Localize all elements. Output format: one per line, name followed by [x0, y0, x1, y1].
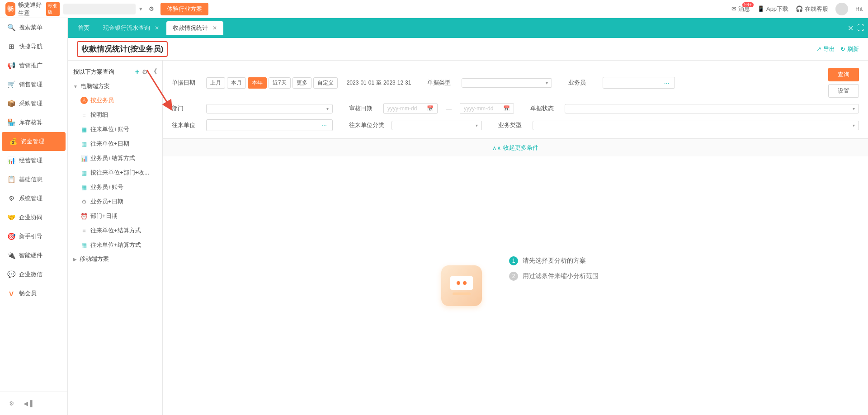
date-btn-custom[interactable]: 自定义 [313, 77, 338, 89]
sidebar-bottom: ⚙ ◀▐ [0, 391, 67, 415]
sidebar-item-guide[interactable]: 🎯 新手引导 [0, 227, 67, 246]
add-scheme-btn[interactable]: + [135, 68, 139, 76]
scheme-settings-icon[interactable]: ⚙ [142, 68, 148, 75]
app-download-btn[interactable]: 📱 App下载 [757, 5, 788, 13]
sidebar-item-vip[interactable]: V 畅会员 [0, 284, 67, 303]
scheme-detail[interactable]: ≡ 按明细 [68, 108, 162, 122]
robot-mouth [453, 292, 471, 295]
dept-label: 部门 [172, 104, 199, 113]
logo-icon: 畅 [5, 2, 15, 16]
scheme-unit-pay1[interactable]: ≡ 往来单位+结算方式 [68, 223, 162, 238]
tab-bank-close-icon[interactable]: ✕ [155, 25, 159, 31]
biz-type-select[interactable]: ▾ [533, 121, 859, 130]
message-btn[interactable]: ✉ 消息 99+ [731, 5, 750, 13]
scheme-salesman-account[interactable]: ▦ 业务员+账号 [68, 180, 162, 194]
scheme-unit-account[interactable]: ▦ 往来单位+账号 [68, 122, 162, 137]
sales-icon: 🛒 [7, 80, 15, 89]
date-btn-this-month[interactable]: 本月 [227, 77, 246, 89]
sidebar-label-inventory: 库存核算 [19, 118, 42, 127]
dept-select[interactable]: ▾ [206, 104, 333, 113]
sidebar-item-purchase[interactable]: 📦 采购管理 [0, 94, 67, 113]
export-btn[interactable]: ↗ 导出 [816, 45, 835, 53]
date-range: 2023-01-01 至 2023-12-31 [347, 79, 411, 87]
tab-close-all-icon[interactable]: ✕ [848, 24, 854, 33]
sidebar-settings-btn[interactable]: ⚙ [5, 397, 18, 410]
scheme-salesman-date[interactable]: ⚙ 业务员+日期 [68, 194, 162, 209]
panel-collapse-icon[interactable]: 《 [151, 68, 157, 76]
voucher-type-chevron: ▾ [546, 80, 548, 85]
scheme-unit-dept[interactable]: ▦ 按往来单位+部门+收... [68, 165, 162, 180]
sidebar-item-hardware[interactable]: 🔌 智能硬件 [0, 246, 67, 265]
review-date-label: 审核日期 [349, 104, 376, 113]
collapse-up-icon: ∧∧ [492, 145, 501, 151]
review-date-to[interactable]: yyyy-mm-dd 📅 [460, 103, 514, 114]
voucher-type-select[interactable]: ▾ [462, 78, 552, 88]
page-body: 按以下方案查询 + ⚙ 《 ▼ 电脑端方案 人 按业务员 [68, 61, 868, 415]
sidebar: 🔍 搜索菜单 ⊞ 快捷导航 📢 营销推广 🛒 销售管理 📦 采购管理 🏪 库存核… [0, 18, 68, 415]
sidebar-label-system: 系统管理 [19, 194, 42, 203]
collapse-label: 收起更多条件 [503, 144, 538, 152]
collapse-bar[interactable]: ∧∧ 收起更多条件 [163, 139, 868, 156]
online-service-btn[interactable]: 🎧 在线客服 [796, 5, 828, 13]
sidebar-item-corp[interactable]: 🤝 企业协同 [0, 208, 67, 227]
tab-home[interactable]: 首页 [71, 21, 96, 35]
refresh-btn[interactable]: ↻ 刷新 [840, 45, 859, 53]
salesman-account-icon: ▦ [80, 184, 88, 191]
avatar[interactable] [835, 3, 848, 15]
date-btn-7days[interactable]: 近7天 [269, 77, 291, 89]
tab-maximize-icon[interactable]: ⛶ [857, 24, 864, 32]
sidebar-item-quicknav[interactable]: ⊞ 快捷导航 [0, 37, 67, 56]
unit-select[interactable]: ··· [206, 119, 333, 131]
unit-category-select[interactable]: ▾ [392, 121, 482, 130]
sidebar-item-search[interactable]: 🔍 搜索菜单 [0, 18, 67, 37]
date-btn-last-month[interactable]: 上月 [206, 77, 225, 89]
top-bar-left: 畅 畅捷通好生意 标准版 ▾ ⚙ 体验行业方案 [5, 3, 208, 15]
main-layout: 🔍 搜索菜单 ⊞ 快捷导航 📢 营销推广 🛒 销售管理 📦 采购管理 🏪 库存核… [0, 18, 868, 415]
scheme-unit-pay2[interactable]: ▦ 往来单位+结算方式 [68, 238, 162, 252]
settings-btn[interactable]: 设置 [828, 84, 859, 98]
date-btn-this-year[interactable]: 本年 [248, 77, 267, 89]
workspace-selector[interactable] [63, 4, 136, 14]
tab-bank-label: 现金银行流水查询 [103, 24, 150, 32]
date-btn-more[interactable]: 更多 [292, 77, 311, 89]
user-name: Rit [855, 5, 863, 12]
tab-collection[interactable]: 收款情况统计 ✕ [166, 21, 223, 35]
refresh-icon: ↻ [840, 46, 845, 52]
pc-group-header[interactable]: ▼ 电脑端方案 [68, 80, 162, 93]
salesman-pay-icon: 📊 [80, 155, 88, 162]
sidebar-collapse-btn[interactable]: ◀▐ [22, 397, 34, 410]
sidebar-label-wechat: 企业微信 [19, 270, 42, 278]
settings-icon[interactable]: ⚙ [146, 4, 157, 14]
mobile-group-label: 移动端方案 [80, 255, 109, 263]
sidebar-item-operation[interactable]: 📊 经营管理 [0, 151, 67, 170]
sidebar-item-finance[interactable]: 💰 资金管理 [2, 132, 66, 151]
sidebar-item-wechat[interactable]: 💬 企业微信 [0, 265, 67, 284]
sidebar-item-inventory[interactable]: 🏪 库存核算 [0, 113, 67, 132]
sidebar-item-basic[interactable]: 📋 基础信息 [0, 170, 67, 189]
tab-collection-close-icon[interactable]: ✕ [212, 25, 217, 31]
trial-button[interactable]: 体验行业方案 [160, 3, 208, 15]
scheme-salesman[interactable]: 人 按业务员 [68, 93, 162, 108]
voucher-status-select[interactable]: ▾ [565, 104, 859, 113]
scheme-dept-date[interactable]: ⏰ 部门+日期 [68, 209, 162, 223]
sidebar-item-marketing[interactable]: 📢 营销推广 [0, 56, 67, 75]
unit-dots[interactable]: ··· [320, 122, 329, 129]
inventory-icon: 🏪 [7, 118, 15, 127]
robot-eye-right [463, 281, 467, 285]
empty-steps: 1 请先选择要分析的方案 2 用过滤条件来缩小分析范围 [509, 256, 599, 281]
scheme-salesman-pay[interactable]: 📊 业务员+结算方式 [68, 151, 162, 165]
salesman-dots[interactable]: ··· [662, 79, 671, 86]
salesman-select[interactable]: ··· [603, 77, 675, 89]
filter-panel-title: 按以下方案查询 [73, 68, 114, 76]
mobile-group-header[interactable]: ▶ 移动端方案 [68, 252, 162, 266]
sidebar-item-sales[interactable]: 🛒 销售管理 [0, 75, 67, 94]
sidebar-item-system[interactable]: ⚙ 系统管理 [0, 189, 67, 208]
tab-bank[interactable]: 现金银行流水查询 ✕ [97, 21, 165, 35]
download-icon: 📱 [757, 5, 764, 12]
review-date-from[interactable]: yyyy-mm-dd 📅 [383, 103, 438, 114]
biz-type-label: 业务类型 [498, 121, 525, 129]
robot-body [441, 265, 482, 306]
workspace-dropdown-icon[interactable]: ▾ [139, 5, 142, 12]
scheme-unit-date[interactable]: ▦ 往来单位+日期 [68, 137, 162, 151]
query-btn[interactable]: 查询 [828, 68, 859, 81]
